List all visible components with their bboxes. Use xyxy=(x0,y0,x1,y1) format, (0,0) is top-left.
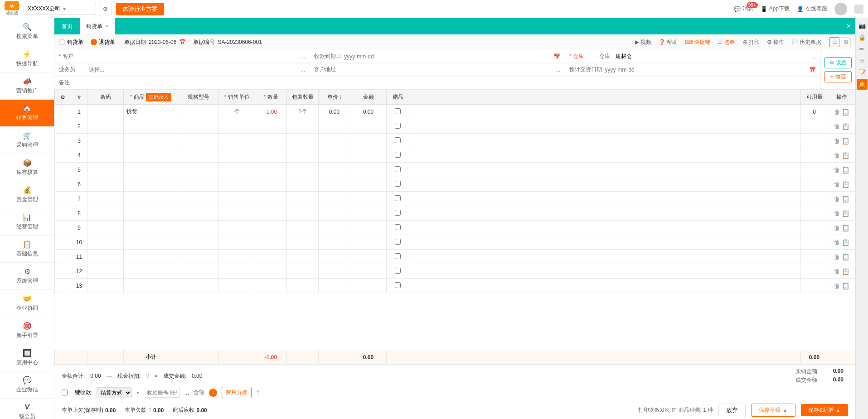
row-spec-4[interactable] xyxy=(178,163,219,177)
row-barcode-6[interactable] xyxy=(87,192,124,206)
row-product-1[interactable] xyxy=(124,119,178,134)
row-barcode-4[interactable] xyxy=(87,163,124,177)
row-unit-2[interactable] xyxy=(219,134,255,148)
sidebar-item-operations[interactable]: 📊 经营管理 xyxy=(0,208,54,236)
sidebar-item-membership[interactable]: V 畅会员 xyxy=(0,399,54,419)
row-unit-9[interactable] xyxy=(219,235,255,250)
row-gift-1[interactable] xyxy=(387,119,409,134)
delete-icon-12[interactable]: 🗑 xyxy=(834,282,840,289)
one-click-checkbox[interactable] xyxy=(62,390,68,395)
row-unit-4[interactable] xyxy=(219,163,255,177)
row-spec-11[interactable] xyxy=(178,264,219,279)
row-gift-12[interactable] xyxy=(387,279,409,293)
row-amount-7[interactable] xyxy=(350,206,387,221)
row-pkg-3[interactable] xyxy=(287,148,319,163)
row-qty-1[interactable] xyxy=(255,119,287,134)
row-spec-3[interactable] xyxy=(178,148,219,163)
gift-checkbox-8[interactable] xyxy=(395,224,401,230)
due-date-calendar-icon[interactable]: 📅 xyxy=(553,53,560,60)
customer-input[interactable] xyxy=(89,53,298,60)
row-qty-10[interactable] xyxy=(255,250,287,264)
row-product-11[interactable] xyxy=(124,264,178,279)
delete-icon-3[interactable]: 🗑 xyxy=(834,152,840,159)
arrears-help-icon[interactable]: ? xyxy=(148,407,151,414)
row-unit-11[interactable] xyxy=(219,264,255,279)
payment-method-select[interactable]: 结算方式 xyxy=(96,387,132,398)
row-barcode-1[interactable] xyxy=(87,119,124,134)
row-gift-10[interactable] xyxy=(387,250,409,264)
avatar[interactable] xyxy=(834,3,847,15)
row-spec-0[interactable] xyxy=(178,105,219,119)
list-view-button[interactable]: ☰ xyxy=(829,37,839,47)
delete-icon-0[interactable]: 🗑 xyxy=(834,108,840,116)
gift-checkbox-12[interactable] xyxy=(395,282,401,288)
delete-icon-4[interactable]: 🗑 xyxy=(834,166,840,173)
row-product-3[interactable] xyxy=(124,148,178,163)
online-service-button[interactable]: 👤 在线客服 xyxy=(797,5,827,13)
row-amount-5[interactable] xyxy=(350,177,387,192)
column-settings-icon[interactable]: ⚙ xyxy=(60,94,65,101)
account-number-input[interactable] xyxy=(144,388,180,398)
sidebar-item-search[interactable]: 🔍 搜索菜单 xyxy=(0,18,54,45)
app-download-button[interactable]: 📱 App下载 xyxy=(761,5,790,13)
abandon-button[interactable]: 放弃 xyxy=(718,404,746,417)
sidebar-item-appcenter[interactable]: 🔲 应用中心 xyxy=(0,344,54,371)
row-qty-2[interactable] xyxy=(255,134,287,148)
gift-checkbox-0[interactable] xyxy=(395,108,401,114)
row-gift-9[interactable] xyxy=(387,235,409,250)
sidebar-item-purchase[interactable]: 🛒 采购管理 xyxy=(0,127,54,154)
delete-icon-5[interactable]: 🗑 xyxy=(834,181,840,188)
copy-icon-10[interactable]: 📋 xyxy=(842,253,849,260)
history-button[interactable]: 📄 历史单据 xyxy=(790,38,823,47)
row-pkg-2[interactable] xyxy=(287,134,319,148)
account-ellipsis[interactable]: ... xyxy=(184,390,189,396)
row-amount-0[interactable]: 0.00 xyxy=(350,105,387,119)
expense-split-button[interactable]: 费用分摊 xyxy=(222,387,252,398)
row-qty-3[interactable] xyxy=(255,148,287,163)
gift-checkbox-3[interactable] xyxy=(395,152,401,158)
row-qty-4[interactable] xyxy=(255,163,287,177)
sidebar-item-guide[interactable]: 🎯 新手引导 xyxy=(0,317,54,344)
row-amount-2[interactable] xyxy=(350,134,387,148)
discount-help-icon[interactable]: ? xyxy=(146,373,149,379)
row-spec-8[interactable] xyxy=(178,221,219,235)
row-unit-10[interactable] xyxy=(219,250,255,264)
grid-view-button[interactable]: ⊞ xyxy=(841,37,851,47)
row-pkg-1[interactable] xyxy=(287,119,319,134)
row-amount-6[interactable] xyxy=(350,192,387,206)
copy-icon-9[interactable]: 📋 xyxy=(842,239,849,246)
row-barcode-8[interactable] xyxy=(87,221,124,235)
row-pkg-0[interactable]: 1个 xyxy=(287,105,319,119)
copy-icon-0[interactable]: 📋 xyxy=(842,108,849,116)
row-qty-0[interactable]: -1.00 xyxy=(255,105,287,119)
right-panel-doc-icon[interactable]: 📝 xyxy=(857,67,868,78)
row-price-9[interactable] xyxy=(319,235,350,250)
sidebar-item-finance[interactable]: 💰 资金管理 xyxy=(0,181,54,208)
row-price-6[interactable] xyxy=(319,192,350,206)
radio-return-order[interactable]: 退货单 xyxy=(91,39,115,46)
gift-checkbox-9[interactable] xyxy=(395,239,401,245)
row-amount-12[interactable] xyxy=(350,279,387,293)
right-panel-orange-icon[interactable]: 🔔 xyxy=(857,79,868,90)
row-gift-3[interactable] xyxy=(387,148,409,163)
row-price-11[interactable] xyxy=(319,264,350,279)
copy-icon-7[interactable]: 📋 xyxy=(842,210,849,217)
row-qty-6[interactable] xyxy=(255,192,287,206)
row-price-0[interactable]: 0.00 xyxy=(319,105,350,119)
delete-icon-7[interactable]: 🗑 xyxy=(834,210,840,217)
row-gift-2[interactable] xyxy=(387,134,409,148)
sidebar-item-basics[interactable]: 📋 基础信息 xyxy=(0,236,54,263)
remarks-input[interactable] xyxy=(89,80,816,86)
row-pkg-12[interactable] xyxy=(287,279,319,293)
gift-checkbox-10[interactable] xyxy=(395,253,401,259)
due-date-input[interactable] xyxy=(344,53,551,60)
row-amount-4[interactable] xyxy=(350,163,387,177)
sidebar-item-system[interactable]: ⚙ 系统管理 xyxy=(0,263,54,290)
row-spec-10[interactable] xyxy=(178,250,219,264)
close-all-tabs-button[interactable]: × xyxy=(842,18,855,34)
salesperson-ellipsis[interactable]: ... xyxy=(301,67,305,73)
copy-icon-1[interactable]: 📋 xyxy=(842,123,849,130)
row-unit-8[interactable] xyxy=(219,221,255,235)
row-unit-6[interactable] xyxy=(219,192,255,206)
row-qty-12[interactable] xyxy=(255,279,287,293)
